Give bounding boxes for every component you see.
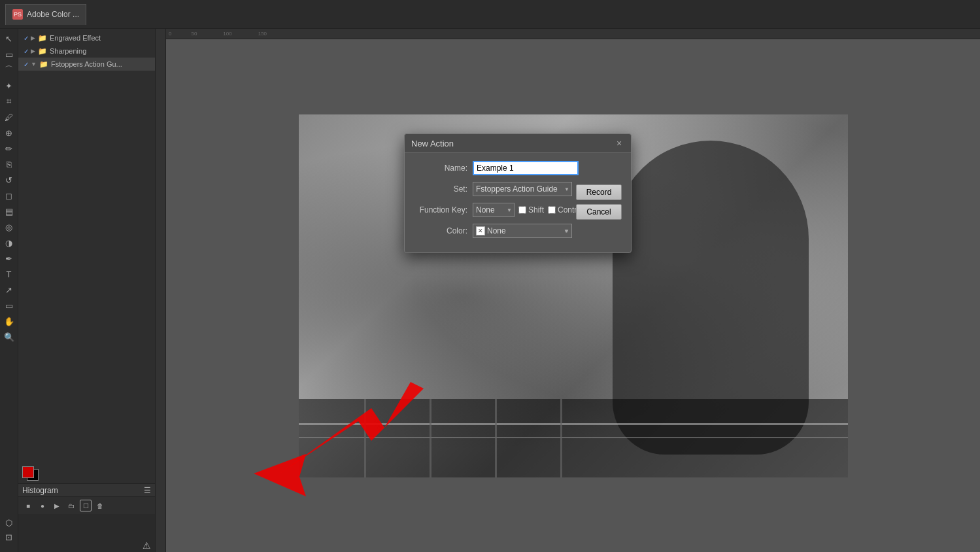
histogram-body: ⚠ bbox=[18, 514, 155, 552]
color-label: Color: bbox=[414, 226, 473, 235]
histogram-panel: Histogram ☰ ■ ● ▶ 🗀 ☐ 🗑 ⚠ bbox=[18, 483, 155, 552]
move-tool[interactable]: ↖ bbox=[2, 31, 16, 46]
action-item-label: Fstoppers Action Gu... bbox=[51, 60, 122, 68]
function-key-controls: None F1F2F3 Shift Control bbox=[473, 203, 583, 217]
foreground-color-swatch[interactable] bbox=[22, 466, 34, 478]
image-canvas bbox=[166, 39, 980, 552]
folder-icon: 📁 bbox=[39, 60, 48, 69]
actions-list-item-fstoppers[interactable]: ✓ ▼ 📁 Fstoppers Action Gu... bbox=[18, 58, 155, 71]
color-dropdown-arrow: ▼ bbox=[564, 228, 569, 234]
ps-icon: PS bbox=[12, 9, 23, 20]
hand-tool[interactable]: ✋ bbox=[2, 314, 16, 328]
gradient-tool[interactable]: ▤ bbox=[2, 204, 16, 218]
check-icon: ✓ bbox=[24, 35, 29, 42]
folder-button[interactable]: 🗀 bbox=[65, 500, 77, 511]
set-row: Set: Fstoppers Action Guide Default Acti… bbox=[414, 182, 572, 196]
left-toolbar: ↖ ▭ ⌒ ✦ ⌗ 🖊 ⊕ ✏ ⎘ ↺ ◻ ▤ ◎ ◑ ✒ T ↗ ▭ ✋ 🔍 … bbox=[0, 29, 18, 552]
record-button[interactable]: Record bbox=[576, 184, 622, 200]
histogram-menu-icon[interactable]: ☰ bbox=[144, 486, 151, 495]
color-row: Color: ✕ None ▼ bbox=[414, 224, 572, 238]
cancel-button[interactable]: Cancel bbox=[576, 204, 622, 220]
dialog-body: Name: Set: Fstoppers Action Guide Defaul… bbox=[405, 153, 631, 252]
shift-checkbox[interactable] bbox=[518, 206, 526, 214]
select-tool[interactable]: ▭ bbox=[2, 47, 16, 61]
eyedropper-tool[interactable]: 🖊 bbox=[2, 110, 16, 124]
quick-select-tool[interactable]: ✦ bbox=[2, 78, 16, 93]
warning-icon: ⚠ bbox=[143, 540, 151, 551]
top-bar: PS Adobe Color ... bbox=[0, 0, 980, 29]
pen-tool[interactable]: ✒ bbox=[2, 251, 16, 266]
shift-checkbox-label[interactable]: Shift bbox=[518, 205, 544, 215]
actions-controls: ■ ● ▶ 🗀 ☐ 🗑 bbox=[18, 497, 155, 514]
function-key-label: Function Key: bbox=[414, 205, 473, 215]
new-action-dialog: New Action × Name: Set: Fstoppers Action… bbox=[404, 133, 632, 253]
record-button[interactable]: ● bbox=[37, 500, 48, 511]
actions-panel: ✓ ▶ 📁 Engraved Effect ✓ ▶ 📁 Sharpening ✓… bbox=[18, 29, 155, 457]
histogram-title: Histogram bbox=[22, 486, 58, 495]
action-item-label: Sharpening bbox=[50, 47, 86, 55]
actions-list-item-sharpening[interactable]: ✓ ▶ 📁 Sharpening bbox=[18, 44, 155, 58]
heal-tool[interactable]: ⊕ bbox=[2, 126, 16, 140]
folder-icon: 📁 bbox=[38, 47, 47, 56]
dialog-title: New Action bbox=[411, 139, 454, 148]
canvas-area: 0 50 100 150 bbox=[156, 29, 980, 552]
actions-list-item-engraved[interactable]: ✓ ▶ 📁 Engraved Effect bbox=[18, 31, 155, 44]
function-key-select[interactable]: None F1F2F3 bbox=[473, 203, 515, 217]
adobe-color-tab[interactable]: PS Adobe Color ... bbox=[5, 4, 86, 25]
path-select-tool[interactable]: ↗ bbox=[2, 283, 16, 297]
eraser-tool[interactable]: ◻ bbox=[2, 188, 16, 203]
3d-tool[interactable]: ⬡ bbox=[2, 515, 16, 530]
histogram-header: Histogram ☰ bbox=[18, 484, 155, 497]
panels-left: ✓ ▶ 📁 Engraved Effect ✓ ▶ 📁 Sharpening ✓… bbox=[18, 29, 156, 552]
fkey-select-wrapper: None F1F2F3 bbox=[473, 203, 515, 217]
dialog-close-button[interactable]: × bbox=[614, 138, 624, 148]
ruler-horizontal: 0 50 100 150 bbox=[156, 29, 980, 39]
name-row: Name: bbox=[414, 161, 572, 175]
dialog-titlebar: New Action × bbox=[405, 134, 631, 153]
zoom-tool[interactable]: 🔍 bbox=[2, 330, 16, 344]
type-tool[interactable]: T bbox=[2, 267, 16, 281]
tab-label: Adobe Color ... bbox=[27, 10, 79, 19]
play-button[interactable]: ▶ bbox=[51, 500, 63, 511]
extra-tool[interactable]: ⊡ bbox=[2, 530, 16, 544]
set-label: Set: bbox=[414, 184, 473, 194]
blur-tool[interactable]: ◎ bbox=[2, 220, 16, 234]
set-select[interactable]: Fstoppers Action Guide Default Actions bbox=[473, 182, 572, 196]
action-item-label: Engraved Effect bbox=[50, 34, 101, 42]
ruler-vertical bbox=[156, 29, 166, 552]
shift-label: Shift bbox=[528, 205, 544, 215]
dialog-buttons: Record Cancel bbox=[576, 184, 622, 220]
clone-tool[interactable]: ⎘ bbox=[2, 157, 16, 171]
brush-tool[interactable]: ✏ bbox=[2, 141, 16, 156]
folder-icon: 📁 bbox=[38, 34, 47, 43]
stop-button[interactable]: ■ bbox=[22, 500, 34, 511]
crop-tool[interactable]: ⌗ bbox=[2, 94, 16, 109]
new-action-button[interactable]: ☐ bbox=[80, 500, 92, 511]
dodge-tool[interactable]: ◑ bbox=[2, 235, 16, 250]
color-select-wrapper: ✕ None ▼ bbox=[473, 224, 572, 238]
control-checkbox[interactable] bbox=[548, 206, 556, 214]
name-label: Name: bbox=[414, 164, 473, 173]
collapse-arrow: ▶ bbox=[31, 48, 35, 54]
collapse-arrow: ▶ bbox=[31, 35, 35, 41]
delete-action-button[interactable]: 🗑 bbox=[94, 500, 106, 511]
main-layout: ↖ ▭ ⌒ ✦ ⌗ 🖊 ⊕ ✏ ⎘ ↺ ◻ ▤ ◎ ◑ ✒ T ↗ ▭ ✋ 🔍 … bbox=[0, 29, 980, 552]
name-input[interactable] bbox=[473, 161, 579, 175]
history-tool[interactable]: ↺ bbox=[2, 173, 16, 187]
expand-arrow: ▼ bbox=[31, 61, 37, 67]
color-value-text: None bbox=[487, 226, 564, 235]
check-icon: ✓ bbox=[24, 48, 29, 55]
check-icon: ✓ bbox=[24, 61, 29, 68]
lasso-tool[interactable]: ⌒ bbox=[2, 63, 16, 77]
color-box-icon: ✕ bbox=[476, 226, 485, 235]
function-key-row: Function Key: None F1F2F3 Shift bbox=[414, 203, 572, 217]
shape-tool[interactable]: ▭ bbox=[2, 298, 16, 313]
set-select-wrapper: Fstoppers Action Guide Default Actions bbox=[473, 182, 572, 196]
